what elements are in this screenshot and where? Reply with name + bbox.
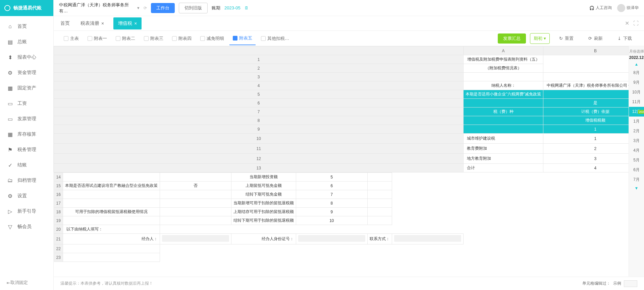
chevron-down-icon: ▾: [544, 36, 546, 41]
period-value[interactable]: 2023-05: [224, 5, 240, 10]
sidebar-label: 发票管理: [17, 116, 36, 122]
section2-val: [367, 199, 392, 208]
cell: [63, 244, 160, 253]
reset-button[interactable]: ↻ 重置: [554, 33, 579, 44]
sidebar-label: 固定资产: [17, 85, 36, 91]
policy-q: 本期是否适用小微企业"六税两费"减免政策: [464, 90, 543, 99]
sub-toolbar: 主表附表一附表二附表三附表四减免明细附表五其他扣税… 发票汇总 期初 ▾ ↻ 重…: [54, 31, 644, 46]
handler-id-input[interactable]: [296, 234, 367, 244]
sidebar-icon-7: ▦: [7, 131, 13, 138]
sheet-icon: [116, 36, 120, 41]
tab-close-icon[interactable]: ×: [101, 21, 104, 26]
cell: [464, 125, 543, 134]
user-menu[interactable]: 徐泽华: [617, 4, 639, 12]
sidebar-item-7[interactable]: ▦库存核算: [0, 127, 53, 142]
month-item-1[interactable]: 9月: [629, 78, 644, 87]
section2-label: 当期新增可用于扣除的留抵退税额: [231, 199, 296, 208]
sidebar-item-5[interactable]: ▭工资: [0, 96, 53, 111]
sidebar-item-9[interactable]: ✓结账: [0, 157, 53, 173]
tab-2[interactable]: 增值税×: [113, 17, 142, 29]
tab-0[interactable]: 首页: [59, 16, 71, 30]
sidebar-item-2[interactable]: ⬍报表中心: [0, 50, 53, 65]
month-item-4[interactable]: 12月: [629, 107, 644, 117]
handler-id-label: 经办人身份证号：: [231, 234, 296, 244]
subtab-3[interactable]: 附表三: [141, 32, 167, 45]
reset-icon: ↻: [559, 36, 563, 41]
col-header: A: [464, 47, 543, 55]
row-num: 15: [54, 182, 63, 190]
invoice-summary-button[interactable]: 发票汇总: [498, 33, 526, 44]
month-item-9[interactable]: 5月: [629, 155, 644, 165]
month-item-7[interactable]: 3月: [629, 136, 644, 146]
month-prev-icon[interactable]: ▲: [629, 61, 644, 68]
month-item-6[interactable]: 2月: [629, 126, 644, 136]
footer-bar: 温馨提示：本表供参考，请认真核对数据后再上报！ 单元格编辑过： 示例: [54, 277, 644, 290]
sidebar-item-10[interactable]: 🗂归档管理: [0, 173, 53, 188]
row-num: 10: [54, 134, 464, 144]
month-item-8[interactable]: 4月: [629, 146, 644, 155]
contact-input[interactable]: [392, 234, 463, 244]
spreadsheet-area[interactable]: ABCDEFGHIJKLMNO1增值税及附加税费申报表附列资料（五）2（附加税费…: [54, 46, 629, 277]
switch-old-button[interactable]: 切到旧版: [179, 3, 208, 13]
section2-left: [63, 173, 160, 182]
fullscreen-icon[interactable]: ⛶: [633, 20, 639, 26]
sidebar-item-4[interactable]: ▦固定资产: [0, 80, 53, 96]
calendar-icon[interactable]: 🗓: [245, 6, 249, 10]
section2-idx: 10: [296, 216, 367, 225]
sidebar-icon-13: ▽: [7, 223, 13, 230]
subtab-7[interactable]: 其他扣税…: [258, 32, 292, 45]
tab-close-icon[interactable]: ×: [134, 21, 137, 26]
subtab-6[interactable]: 附表五: [229, 32, 256, 45]
tab-close-all-icon[interactable]: ✕: [625, 20, 629, 26]
sheet-icon: [144, 36, 149, 41]
sidebar-item-11[interactable]: ⚙设置: [0, 188, 53, 204]
sidebar-icon-10: 🗂: [7, 177, 13, 184]
sidebar-unpin[interactable]: ⇤ 取消固定: [0, 275, 53, 290]
month-item-5[interactable]: 1月: [629, 117, 644, 126]
month-next-icon[interactable]: ▼: [629, 185, 644, 192]
sidebar-item-13[interactable]: ▽畅会员: [0, 219, 53, 234]
sidebar-icon-2: ⬍: [7, 54, 13, 61]
month-item-3[interactable]: 11月: [629, 97, 644, 107]
row-num: 11: [54, 144, 464, 154]
month-item-10[interactable]: 6月: [629, 165, 644, 175]
sidebar-item-3[interactable]: ⚙资金管理: [0, 65, 53, 80]
sidebar-item-1[interactable]: ▤总账: [0, 34, 53, 50]
subtab-4[interactable]: 附表四: [169, 32, 195, 45]
row-idx: 2: [543, 144, 629, 154]
sheet-subtitle: （附加税费情况表）: [464, 64, 543, 73]
sidebar-icon-3: ⚙: [7, 69, 13, 76]
sidebar-icon-1: ▤: [7, 39, 13, 45]
month-item-0[interactable]: 8月: [629, 68, 644, 78]
sidebar-item-0[interactable]: ⌂首页: [0, 19, 53, 34]
corner: [54, 47, 464, 55]
sidebar-label: 工资: [17, 100, 27, 106]
subtab-0[interactable]: 主表: [60, 32, 82, 45]
subtab-1[interactable]: 附表一: [84, 32, 110, 45]
cell: 1: [543, 125, 629, 134]
download-button[interactable]: ⤓ 下载: [612, 33, 637, 44]
row-num: 18: [54, 208, 63, 216]
workbench-button[interactable]: 工作台: [151, 3, 175, 13]
sidebar-item-12[interactable]: ▷新手引导: [0, 204, 53, 219]
sidebar-icon-0: ⌂: [7, 23, 13, 30]
company-selector[interactable]: 中税网通广泽（天津）税务师事务所有…: [59, 2, 140, 14]
subtab-5[interactable]: 减免明细: [197, 32, 227, 45]
handler-input[interactable]: [160, 234, 231, 244]
tax-name: 合计: [464, 164, 543, 172]
month-item-11[interactable]: 7月: [629, 175, 644, 185]
section2-left: 可用于扣除的增值税留抵退税额使用情况: [63, 208, 160, 216]
month-item-2[interactable]: 10月: [629, 87, 644, 97]
refresh-button[interactable]: ⟳ 刷新: [583, 33, 608, 44]
refresh-company-icon[interactable]: ⟳: [144, 6, 147, 10]
tab-1[interactable]: 税表清册×: [79, 16, 105, 30]
sidebar-item-8[interactable]: ⚑税务管理: [0, 142, 53, 157]
sidebar-item-6[interactable]: ▭发票管理: [0, 111, 53, 127]
period-reset-button[interactable]: 期初 ▾: [530, 33, 550, 44]
download-icon: ⤓: [618, 36, 621, 41]
subtab-2[interactable]: 附表二: [112, 32, 139, 45]
h-type: 税（费）种: [464, 107, 543, 116]
section2-val: [367, 190, 392, 199]
support-link[interactable]: 🎧 人工咨询: [589, 5, 612, 11]
sidebar-label: 首页: [17, 23, 27, 29]
